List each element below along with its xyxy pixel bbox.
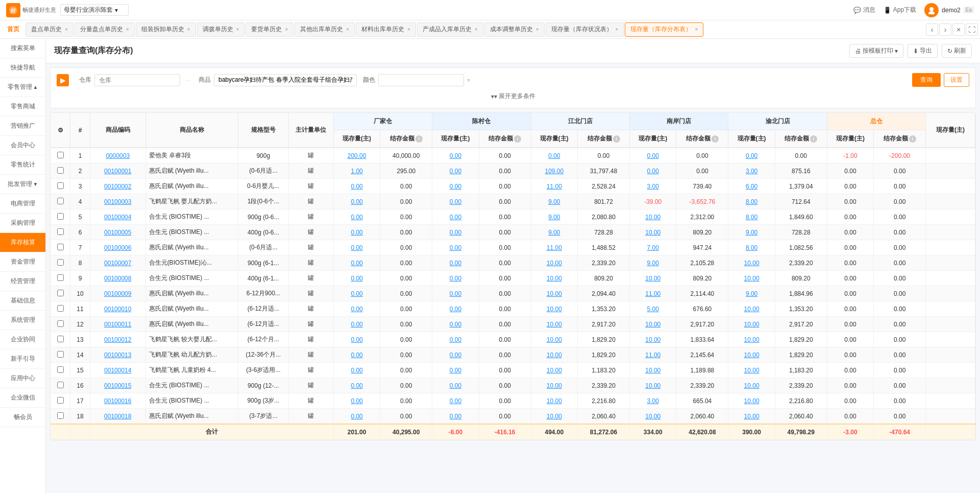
refresh-button[interactable]: ↻ 刷新 <box>942 44 972 58</box>
row-checkbox[interactable] <box>57 366 64 373</box>
color-input[interactable] <box>378 74 464 86</box>
row-settings[interactable] <box>51 148 70 163</box>
tab-close-diststock[interactable]: × <box>126 27 129 32</box>
row-settings[interactable] <box>51 225 70 240</box>
sidebar-item-retail[interactable]: 零售管理▲ <box>0 78 45 97</box>
tab-assembly[interactable]: 组装拆卸单历史 × <box>136 22 196 37</box>
row-checkbox[interactable] <box>57 152 64 158</box>
sidebar-item-basic[interactable]: 基础信息 <box>0 291 45 311</box>
export-button[interactable]: ⬇ 导出 <box>908 44 938 58</box>
sidebar-item-wholesale[interactable]: 批发管理▼ <box>0 175 45 194</box>
warehouse-dots[interactable]: ··· <box>183 77 192 84</box>
tab-close-transfer[interactable]: × <box>236 27 239 32</box>
sidebar-item-system[interactable]: 系统管理 <box>0 311 45 330</box>
industry-select[interactable]: 母婴行业演示陈套 ▾ <box>60 4 129 16</box>
row-settings[interactable] <box>51 409 70 425</box>
msg-button[interactable]: 💬 消息 <box>853 6 875 14</box>
row-checkbox[interactable] <box>57 244 64 250</box>
sidebar-item-vip[interactable]: 畅会员 <box>0 408 45 427</box>
row-checkbox[interactable] <box>57 198 64 204</box>
row-checkbox[interactable] <box>57 305 64 312</box>
tab-close-invstat[interactable]: × <box>616 27 619 32</box>
tab-next-btn[interactable]: › <box>939 24 951 36</box>
row-checkbox[interactable] <box>57 336 64 342</box>
row-settings[interactable] <box>51 363 70 378</box>
tab-matout[interactable]: 材料出库单历史 × <box>356 22 416 37</box>
user-area[interactable]: demo2 Ea <box>924 3 974 17</box>
info-icon[interactable]: i <box>712 135 719 143</box>
filter-toggle-btn[interactable]: ▶ <box>57 74 69 86</box>
tab-fullscreen-btn[interactable]: ⛶ <box>966 24 978 36</box>
tab-prodin[interactable]: 产成品入库单历史 × <box>417 22 483 37</box>
expand-button[interactable]: ▾▾ 展开更多条件 <box>487 90 540 103</box>
row-settings[interactable] <box>51 317 70 332</box>
sidebar-item-marketing[interactable]: 营销推广 <box>0 116 45 136</box>
info-icon[interactable]: i <box>909 135 916 143</box>
tab-stocklist[interactable]: 盘点单历史 × <box>26 22 74 37</box>
row-settings[interactable] <box>51 255 70 271</box>
sidebar-item-search[interactable]: 搜索英单 <box>0 39 45 58</box>
row-settings[interactable] <box>51 179 70 194</box>
sidebar-item-retailstat[interactable]: 零售统计 <box>0 155 45 175</box>
row-settings[interactable] <box>51 301 70 317</box>
sidebar-item-retailshop[interactable]: 零售商城 <box>0 97 45 116</box>
tab-prev-btn[interactable]: ‹ <box>926 24 938 36</box>
sidebar-item-inventory[interactable]: 库存核算 <box>0 233 45 252</box>
color-dropdown-icon[interactable]: ▾ <box>467 77 470 84</box>
tab-close-reqlist[interactable]: × <box>285 27 288 32</box>
app-download-button[interactable]: 📱 App下载 <box>884 6 916 14</box>
sidebar-item-finance[interactable]: 资金管理 <box>0 252 45 272</box>
row-settings[interactable] <box>51 286 70 301</box>
info-icon[interactable]: i <box>613 135 620 143</box>
tab-close-all-btn[interactable]: × <box>952 24 965 36</box>
sidebar-item-wechat[interactable]: 企业微信 <box>0 388 45 408</box>
query-button[interactable]: 查询 <box>912 73 941 87</box>
row-settings[interactable] <box>51 347 70 363</box>
tab-diststock[interactable]: 分量盘点单历史 × <box>75 22 135 37</box>
row-settings[interactable] <box>51 240 70 255</box>
sidebar-item-nav[interactable]: 快捷导航 <box>0 58 45 78</box>
sidebar-item-guide[interactable]: 新手引导 <box>0 349 45 369</box>
sidebar-item-purchase[interactable]: 采购管理 <box>0 214 45 233</box>
tab-close-stocklist[interactable]: × <box>65 27 68 32</box>
sidebar-item-enterprise[interactable]: 企业协同 <box>0 330 45 349</box>
tab-home[interactable]: 首页 <box>2 22 24 37</box>
tab-close-invdist[interactable]: × <box>695 27 698 32</box>
row-settings[interactable] <box>51 194 70 209</box>
row-checkbox[interactable] <box>57 274 64 281</box>
sidebar-item-ecom[interactable]: 电商管理 <box>0 194 45 214</box>
row-checkbox[interactable] <box>57 259 64 266</box>
row-checkbox[interactable] <box>57 397 64 404</box>
tab-otherout[interactable]: 其他出库单历史 × <box>295 22 355 37</box>
tab-close-otherout[interactable]: × <box>346 27 349 32</box>
row-checkbox[interactable] <box>57 290 64 296</box>
tab-close-matout[interactable]: × <box>407 27 410 32</box>
row-settings[interactable] <box>51 332 70 347</box>
tab-transfer[interactable]: 调拨单历史 × <box>197 22 245 37</box>
tab-costadjust[interactable]: 成本调整单历史 × <box>484 22 545 37</box>
row-checkbox[interactable] <box>57 320 64 327</box>
row-settings[interactable] <box>51 163 70 179</box>
info-icon[interactable]: i <box>415 135 423 143</box>
sidebar-item-ops[interactable]: 经营管理 <box>0 272 45 291</box>
tab-close-prodin[interactable]: × <box>475 27 478 32</box>
row-settings[interactable] <box>51 393 70 409</box>
row-settings[interactable] <box>51 209 70 225</box>
setting-button[interactable]: 设置 <box>944 73 969 87</box>
tab-close-costadjust[interactable]: × <box>536 27 539 32</box>
row-settings[interactable] <box>51 271 70 286</box>
sidebar-item-appcenter[interactable]: 应用中心 <box>0 369 45 388</box>
info-icon[interactable]: i <box>514 135 521 143</box>
tab-close-assembly[interactable]: × <box>187 27 190 32</box>
print-button[interactable]: 🖨 按模板打印 ▾ <box>849 44 903 58</box>
row-checkbox[interactable] <box>57 412 64 419</box>
row-checkbox[interactable] <box>57 228 64 235</box>
row-checkbox[interactable] <box>57 182 64 189</box>
col-settings-header[interactable]: ⚙ <box>51 113 70 148</box>
sidebar-item-member[interactable]: 会员中心 <box>0 136 45 155</box>
tab-reqlist[interactable]: 要货单历史 × <box>246 22 293 37</box>
row-checkbox[interactable] <box>57 382 64 388</box>
warehouse-input[interactable] <box>94 74 180 86</box>
row-settings[interactable] <box>51 378 70 393</box>
tab-invdist[interactable]: 现存量（库存分布表） × <box>625 22 703 37</box>
